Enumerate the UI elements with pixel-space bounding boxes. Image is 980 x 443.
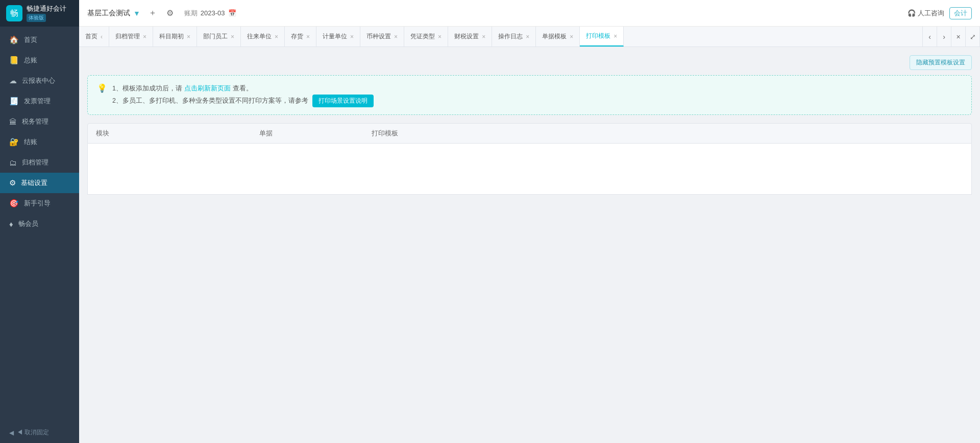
sidebar-label-archive: 归档管理 <box>22 158 48 167</box>
ledger-icon: 📒 <box>9 56 19 65</box>
table-header: 模块 单据 打印模板 <box>87 123 972 144</box>
tax-icon: 🏛 <box>9 118 17 126</box>
hide-template-button[interactable]: 隐藏预置模板设置 <box>910 55 972 70</box>
sidebar-logo: 畅 畅捷通好会计 体验版 <box>0 0 79 27</box>
sidebar-nav: 🏠 首页 📒 总账 ☁ 云报表中心 🧾 发票管理 🏛 税务管理 🔐 结账 🗂 归… <box>0 27 79 422</box>
sidebar-label-close: 结账 <box>24 137 37 147</box>
archive-icon: 🗂 <box>9 158 17 167</box>
tab-dept[interactable]: 部门员工 × <box>197 27 241 46</box>
tab-fullscreen-button[interactable]: ⤢ <box>966 27 980 47</box>
tab-single[interactable]: 单据模板 × <box>536 27 580 46</box>
top-bar-actions: ＋ ⚙ <box>145 6 177 20</box>
info-text: 1、模板添加成功后，请 点击刷新新页面 查看。 2、多员工、多打印机、多种业务类… <box>112 83 962 107</box>
sidebar-label-basic: 基础设置 <box>21 178 47 188</box>
tab-currency[interactable]: 币种设置 × <box>360 27 404 46</box>
tab-unit[interactable]: 计量单位 × <box>316 27 360 46</box>
sidebar-item-home[interactable]: 🏠 首页 <box>0 30 79 50</box>
tab-bar-nav: ‹ › × ⤢ <box>922 27 980 46</box>
add-tab-button[interactable]: ＋ <box>145 6 160 20</box>
tab-stock[interactable]: 存货 × <box>285 27 316 46</box>
tab-subject[interactable]: 科目期初 × <box>153 27 197 46</box>
sidebar-item-invoice[interactable]: 🧾 发票管理 <box>0 91 79 111</box>
tab-home[interactable]: 首页 ‹ <box>79 27 109 46</box>
tab-scroll-left-button[interactable]: ‹ <box>923 27 937 47</box>
unpin-icon: ◀ <box>9 429 14 436</box>
customer-service-label: 人工咨询 <box>918 9 944 18</box>
tab-archive[interactable]: 归档管理 × <box>109 27 153 46</box>
sidebar-label-guide: 新手引导 <box>24 199 51 208</box>
tab-supplier[interactable]: 往来单位 × <box>241 27 285 46</box>
th-module: 模块 <box>88 129 251 138</box>
settings-gear-button[interactable]: ⚙ <box>163 6 177 20</box>
info-line2-text: 2、多员工、多打印机、多种业务类型设置不同打印方案等，请参考 <box>112 95 308 107</box>
bulb-icon: 💡 <box>97 83 107 93</box>
content-area: 隐藏预置模板设置 💡 1、模板添加成功后，请 点击刷新新页面 查看。 2、多员工… <box>79 47 980 443</box>
tab-bar: 首页 ‹ 归档管理 × 科目期初 × 部门员工 × 往来单位 × 存货 × 计量… <box>79 27 980 47</box>
print-scene-btn[interactable]: 打印场景设置说明 <box>312 95 374 107</box>
tab-voucher[interactable]: 凭证类型 × <box>404 27 448 46</box>
tab-dept-close[interactable]: × <box>231 34 234 40</box>
sidebar-item-guide[interactable]: 🎯 新手引导 <box>0 193 79 214</box>
sidebar-label-reports: 云报表中心 <box>22 76 55 85</box>
reports-icon: ☁ <box>9 76 17 85</box>
sidebar-label-invoice: 发票管理 <box>24 97 51 106</box>
tab-oplog-close[interactable]: × <box>526 34 529 40</box>
calendar-icon[interactable]: 📅 <box>228 9 236 17</box>
sidebar-item-archive[interactable]: 🗂 归档管理 <box>0 152 79 173</box>
tab-close-all-button[interactable]: × <box>951 27 966 47</box>
tab-voucher-close[interactable]: × <box>438 34 442 40</box>
sidebar-item-close[interactable]: 🔐 结账 <box>0 132 79 152</box>
table-body <box>87 144 972 195</box>
top-bar-right: 🎧 人工咨询 会计 <box>908 7 972 19</box>
tab-home-close[interactable]: ‹ <box>101 34 103 40</box>
sidebar-item-tax[interactable]: 🏛 税务管理 <box>0 111 79 132</box>
sidebar-item-member[interactable]: ♦ 畅会员 <box>0 214 79 234</box>
logo-icon: 畅 <box>6 5 22 21</box>
tab-supplier-close[interactable]: × <box>275 34 278 40</box>
sidebar-item-ledger[interactable]: 📒 总账 <box>0 50 79 71</box>
sidebar: 畅 畅捷通好会计 体验版 🏠 首页 📒 总账 ☁ 云报表中心 🧾 发票管理 🏛 … <box>0 0 79 443</box>
hide-template-btn-row: 隐藏预置模板设置 <box>87 55 972 70</box>
tab-stock-close[interactable]: × <box>306 34 310 40</box>
settings-icon: ⚙ <box>9 178 16 188</box>
print-template-table: 模块 单据 打印模板 <box>87 123 972 195</box>
customer-service-button[interactable]: 🎧 人工咨询 <box>908 9 944 18</box>
tab-unit-close[interactable]: × <box>350 34 354 40</box>
sidebar-label-home: 首页 <box>24 35 37 44</box>
tab-archive-close[interactable]: × <box>143 34 146 40</box>
close-month-icon: 🔐 <box>9 137 19 147</box>
top-bar: 基层工会测试 ▼ ＋ ⚙ 账期 2023-03 📅 🎧 人工咨询 会计 <box>79 0 980 27</box>
company-name: 基层工会测试 <box>87 9 130 18</box>
member-icon: ♦ <box>9 220 13 228</box>
sidebar-label-member: 畅会员 <box>18 219 38 228</box>
tab-taxset-close[interactable]: × <box>482 34 485 40</box>
company-selector[interactable]: 基层工会测试 ▼ <box>87 9 140 18</box>
tab-oplog[interactable]: 操作日志 × <box>492 27 536 46</box>
tab-print[interactable]: 打印模板 × <box>580 27 624 46</box>
period-value: 2023-03 <box>201 9 225 17</box>
invoice-icon: 🧾 <box>9 97 19 106</box>
th-template: 打印模板 <box>363 129 971 138</box>
tab-taxset[interactable]: 财税设置 × <box>448 27 492 46</box>
guide-icon: 🎯 <box>9 199 19 208</box>
info-box: 💡 1、模板添加成功后，请 点击刷新新页面 查看。 2、多员工、多打印机、多种业… <box>87 75 972 115</box>
chevron-down-icon: ▼ <box>133 9 140 17</box>
sidebar-item-basic[interactable]: ⚙ 基础设置 <box>0 173 79 193</box>
logo-name: 畅捷通好会计 <box>27 5 66 13</box>
info-line-2: 2、多员工、多打印机、多种业务类型设置不同打印方案等，请参考 打印场景设置说明 <box>112 95 962 107</box>
sidebar-item-reports[interactable]: ☁ 云报表中心 <box>0 71 79 91</box>
home-icon: 🏠 <box>9 35 19 44</box>
sidebar-label-ledger: 总账 <box>24 56 37 65</box>
info-line1-link[interactable]: 点击刷新新页面 <box>184 83 231 95</box>
tab-single-close[interactable]: × <box>570 34 573 40</box>
tab-currency-close[interactable]: × <box>394 34 398 40</box>
period-info: 账期 2023-03 📅 <box>184 9 236 18</box>
tab-subject-close[interactable]: × <box>187 34 190 40</box>
sidebar-unpin[interactable]: ◀ ◀ 取消固定 <box>0 422 79 443</box>
kuaiji-badge-button[interactable]: 会计 <box>949 7 972 19</box>
tab-print-close[interactable]: × <box>614 33 617 39</box>
headset-icon: 🎧 <box>908 9 916 17</box>
sidebar-label-tax: 税务管理 <box>22 117 48 126</box>
tab-scroll-right-button[interactable]: › <box>937 27 951 47</box>
main-area: 基层工会测试 ▼ ＋ ⚙ 账期 2023-03 📅 🎧 人工咨询 会计 首页 ‹ <box>79 0 980 443</box>
